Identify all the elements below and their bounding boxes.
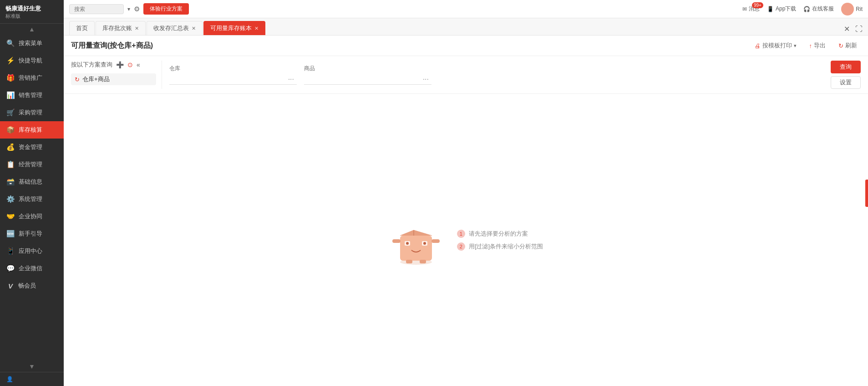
tab-receipt-summary-close[interactable]: ✕ <box>192 26 196 31</box>
empty-hint-2: 2 用[过滤]条件来缩小分析范围 <box>457 242 543 251</box>
message-icon: ✉ <box>742 6 747 12</box>
content-area: 可用量查询(按仓库+商品) 🖨 按模板打印 ▾ ↑ 导出 ↻ 刷新 <box>64 36 868 386</box>
sidebar-item-corpwechat[interactable]: 💬 企业微信 <box>0 260 64 277</box>
tab-batch-account-label: 库存批次账 <box>102 24 132 32</box>
settings-scheme-icon[interactable]: ⊙ <box>127 61 133 68</box>
dropdown-icon[interactable]: ▾ <box>127 6 130 12</box>
industry-solution-button[interactable]: 体验行业方案 <box>143 3 189 15</box>
maximize-tab-button[interactable]: ⛶ <box>853 23 864 35</box>
tab-available-ledger-label: 可用量库存账本 <box>210 24 252 32</box>
app-download-label: App下载 <box>776 5 796 13</box>
message-button[interactable]: ✉ 消息 99+ <box>742 5 760 13</box>
online-service-button[interactable]: 🎧 在线客服 <box>803 5 834 13</box>
gear-icon[interactable]: ⚙ <box>134 5 140 13</box>
sidebar-item-label: 企业协同 <box>19 212 42 221</box>
refresh-button[interactable]: ↻ 刷新 <box>835 40 861 51</box>
sidebar-logo: 畅康通好生意 标准版 <box>0 0 64 24</box>
tab-home-label: 首页 <box>76 24 88 32</box>
sidebar-item-label: 资金管理 <box>19 143 42 151</box>
sidebar-scroll-up[interactable]: ▲ <box>0 24 64 35</box>
warehouse-label: 仓库 <box>169 65 297 72</box>
print-dropdown-icon[interactable]: ▾ <box>794 43 797 49</box>
sidebar-item-label: 畅会员 <box>18 282 36 290</box>
sidebar-item-inventory[interactable]: 📦 库存核算 <box>0 121 64 139</box>
sidebar-item-label: 企业微信 <box>19 264 42 273</box>
sidebar-scroll-down[interactable]: ▼ <box>0 361 64 372</box>
svg-rect-6 <box>392 239 401 243</box>
topbar: ▾ ⚙ 体验行业方案 ✉ 消息 99+ 📱 App下载 🎧 在线客服 Rit <box>64 0 868 18</box>
print-icon: 🖨 <box>755 42 761 49</box>
headset-icon: 🎧 <box>803 6 810 12</box>
tab-batch-account-close[interactable]: ✕ <box>135 26 139 31</box>
svg-point-4 <box>406 242 409 245</box>
filter-conditions: 仓库 ··· 商品 ··· 查询 设置 <box>162 61 861 89</box>
svg-rect-8 <box>406 260 412 263</box>
export-icon: ↑ <box>809 42 812 49</box>
refresh-icon: ↻ <box>838 42 843 49</box>
settings-button[interactable]: 设置 <box>831 76 861 89</box>
topbar-right: ✉ 消息 99+ 📱 App下载 🎧 在线客服 Rit <box>742 3 863 15</box>
add-scheme-icon[interactable]: ➕ <box>116 61 124 68</box>
sidebar-item-system[interactable]: ⚙️ 系统管理 <box>0 190 64 208</box>
empty-illustration <box>389 213 443 268</box>
app-download-button[interactable]: 📱 App下载 <box>767 5 796 13</box>
print-label: 按模板打印 <box>762 41 792 50</box>
tab-available-ledger[interactable]: 可用量库存账本 ✕ <box>203 21 265 35</box>
sidebar-item-finance[interactable]: 💰 资金管理 <box>0 139 64 156</box>
sidebar-item-label: 快捷导航 <box>19 57 42 65</box>
warehouse-filter-field: 仓库 ··· <box>169 65 297 85</box>
query-button[interactable]: 查询 <box>831 61 861 73</box>
page-header-actions: 🖨 按模板打印 ▾ ↑ 导出 ↻ 刷新 <box>751 40 861 51</box>
sidebar-item-enterprise[interactable]: 🤝 企业协同 <box>0 208 64 225</box>
page-title: 可用量查询(按仓库+商品) <box>71 41 153 51</box>
close-tab-button[interactable]: ✕ <box>842 23 852 35</box>
empty-hints: 1 请先选择要分析的方案 2 用[过滤]条件来缩小分析范围 <box>457 230 543 251</box>
svg-rect-7 <box>431 239 440 243</box>
sidebar-item-label: 新手引导 <box>19 230 42 238</box>
sidebar-item-search[interactable]: 🔍 搜索菜单 <box>0 35 64 52</box>
goods-input[interactable] <box>307 76 421 83</box>
tab-receipt-summary[interactable]: 收发存汇总表 ✕ <box>147 21 203 35</box>
scheme-item-label: 仓库+商品 <box>82 75 110 83</box>
tabbar: 首页 库存批次账 ✕ 收发存汇总表 ✕ 可用量库存账本 ✕ ✕ ⛶ <box>64 18 868 36</box>
right-edge-indicator <box>865 180 868 207</box>
empty-state: 1 请先选择要分析的方案 2 用[过滤]条件来缩小分析范围 <box>64 94 868 386</box>
main-area: ▾ ⚙ 体验行业方案 ✉ 消息 99+ 📱 App下载 🎧 在线客服 Rit <box>64 0 868 386</box>
sidebar-item-label: 系统管理 <box>19 195 42 203</box>
system-icon: ⚙️ <box>6 195 15 203</box>
purchase-icon: 🛒 <box>6 108 15 117</box>
page-header: 可用量查询(按仓库+商品) 🖨 按模板打印 ▾ ↑ 导出 ↻ 刷新 <box>64 36 868 56</box>
message-badge: 99+ <box>752 2 763 8</box>
sidebar-item-label: 应用中心 <box>19 247 42 255</box>
search-input[interactable] <box>69 4 124 14</box>
hint-number-2: 2 <box>457 242 465 251</box>
scheme-item[interactable]: ↻ 仓库+商品 <box>71 73 156 85</box>
sidebar-user[interactable]: 👤 <box>0 372 64 386</box>
tab-available-ledger-close[interactable]: ✕ <box>254 26 259 31</box>
collapse-icon[interactable]: « <box>137 61 140 68</box>
warehouse-more-icon[interactable]: ··· <box>288 75 294 83</box>
export-button[interactable]: ↑ 导出 <box>806 40 830 51</box>
tab-home[interactable]: 首页 <box>69 21 95 35</box>
search-icon: 🔍 <box>6 39 15 47</box>
empty-hint-1: 1 请先选择要分析的方案 <box>457 230 543 238</box>
print-button[interactable]: 🖨 按模板打印 ▾ <box>751 40 800 51</box>
sidebar-item-purchase[interactable]: 🛒 采购管理 <box>0 104 64 121</box>
sidebar-item-newbie[interactable]: 🆕 新手引导 <box>0 225 64 242</box>
user-avatar[interactable]: Rit <box>841 3 863 15</box>
sidebar-item-sales[interactable]: 📊 销售管理 <box>0 87 64 104</box>
sidebar-item-basic[interactable]: 🗃️ 基础信息 <box>0 173 64 190</box>
inventory-icon: 📦 <box>6 126 15 134</box>
warehouse-input[interactable] <box>172 76 286 83</box>
online-service-label: 在线客服 <box>812 5 834 13</box>
sidebar-item-appcenter[interactable]: 📱 应用中心 <box>0 242 64 260</box>
sidebar-item-quicknav[interactable]: ⚡ 快捷导航 <box>0 52 64 69</box>
sidebar-item-operation[interactable]: 📋 经营管理 <box>0 156 64 173</box>
scheme-refresh-icon: ↻ <box>75 76 80 83</box>
goods-filter-field: 商品 ··· <box>304 65 431 85</box>
sidebar-item-member[interactable]: V 畅会员 <box>0 277 64 294</box>
sidebar-item-marketing[interactable]: 🎁 营销推广 <box>0 69 64 87</box>
filter-scheme-panel: 按以下方案查询 ➕ ⊙ « ↻ 仓库+商品 <box>71 61 162 89</box>
tab-batch-account[interactable]: 库存批次账 ✕ <box>96 21 146 35</box>
goods-more-icon[interactable]: ··· <box>423 75 429 83</box>
